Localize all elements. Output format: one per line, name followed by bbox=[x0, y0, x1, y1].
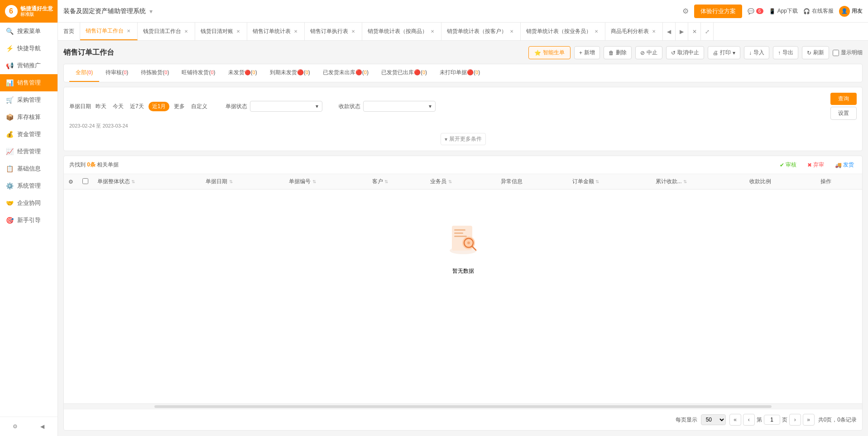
sidebar-item-inventory[interactable]: 📦 库存核算 bbox=[0, 109, 58, 126]
revoke-button[interactable]: ✖ 弃审 bbox=[805, 160, 827, 170]
tab-close-icon[interactable]: ✕ bbox=[429, 28, 436, 35]
payment-select[interactable]: ▾ bbox=[363, 101, 436, 112]
sidebar-item-quick-nav[interactable]: ⚡ 快捷导航 bbox=[0, 40, 58, 57]
sidebar-item-purchase[interactable]: 🛒 采购管理 bbox=[0, 91, 58, 109]
result-count: 0条 bbox=[87, 161, 96, 168]
stop-button[interactable]: ⊘ 中止 bbox=[635, 46, 662, 59]
filter-tab-pending[interactable]: 待审核(0) bbox=[99, 64, 134, 82]
sidebar-item-finance[interactable]: 💰 资金管理 bbox=[0, 126, 58, 143]
delete-button[interactable]: 🗑 删除 bbox=[604, 46, 632, 59]
show-detail-checkbox[interactable] bbox=[833, 50, 839, 56]
sort-icon[interactable]: ⇅ bbox=[131, 179, 135, 184]
filter-tab-shipped-not-out[interactable]: 已发货未出库🔴(0) bbox=[317, 64, 375, 82]
sidebar-item-collab[interactable]: 🤝 企业协同 bbox=[0, 194, 58, 212]
sidebar-item-marketing[interactable]: 📢 营销推广 bbox=[0, 57, 58, 74]
filter-setting-button[interactable]: 设置 bbox=[830, 107, 857, 120]
page-prev-button[interactable]: ‹ bbox=[743, 414, 755, 426]
page-number-input[interactable] bbox=[764, 415, 780, 425]
filter-tab-shipped-out[interactable]: 已发货已出库🔴(0) bbox=[375, 64, 433, 82]
date-option-yesterday[interactable]: 昨天 bbox=[94, 102, 108, 111]
filter-tab-unprinted[interactable]: 未打印单据🔴(0) bbox=[433, 64, 486, 82]
online-service-button[interactable]: 🎧 在线客服 bbox=[803, 7, 834, 15]
date-option-more[interactable]: 更多 bbox=[172, 102, 187, 111]
tab-home[interactable]: 首页 bbox=[58, 23, 80, 40]
filter-tab-all[interactable]: 全部(0) bbox=[69, 64, 99, 82]
horizontal-scrollbar[interactable] bbox=[64, 403, 862, 409]
sidebar-settings-button[interactable]: ⚙ bbox=[4, 421, 27, 432]
status-select[interactable]: ▾ bbox=[250, 101, 322, 112]
filter-tab-picking[interactable]: 待拣验货(0) bbox=[134, 64, 175, 82]
select-all-checkbox[interactable] bbox=[82, 178, 88, 184]
star-icon: ⭐ bbox=[534, 50, 541, 56]
date-option-custom[interactable]: 自定义 bbox=[189, 102, 209, 111]
export-button[interactable]: ↑ 导出 bbox=[773, 46, 798, 59]
sort-icon[interactable]: ⇅ bbox=[683, 179, 687, 184]
filter-tab-wangpu[interactable]: 旺铺待发货(0) bbox=[175, 64, 221, 82]
tab-close-icon[interactable]: ✕ bbox=[293, 28, 299, 35]
tab-close-icon[interactable]: ✕ bbox=[183, 28, 189, 35]
tab-close-icon[interactable]: ✕ bbox=[125, 28, 132, 34]
approve-button[interactable]: ✔ 审核 bbox=[777, 160, 799, 170]
tab-sales-exec[interactable]: 销售订单执行表 ✕ bbox=[305, 23, 362, 40]
sort-icon[interactable]: ⇅ bbox=[384, 179, 388, 184]
user-menu[interactable]: 👤 用友 bbox=[839, 6, 863, 17]
sidebar-item-search[interactable]: 🔍 搜索菜单 bbox=[0, 23, 58, 40]
sidebar-collapse-button[interactable]: ◀ bbox=[31, 421, 54, 432]
expand-filters-button[interactable]: ▾ 展开更多条件 bbox=[441, 133, 486, 145]
sidebar-item-system[interactable]: ⚙️ 系统管理 bbox=[0, 177, 58, 194]
tab-close-icon[interactable]: ✕ bbox=[235, 28, 241, 35]
tab-close-all-button[interactable]: ✕ bbox=[688, 23, 701, 40]
table-wrapper: ⚙ 单据整体状态 ⇅ 单据日期 ⇅ bbox=[64, 174, 862, 403]
tab-close-icon[interactable]: ✕ bbox=[350, 28, 356, 35]
tab-sales-stats[interactable]: 销售订单统计表 ✕ bbox=[247, 23, 305, 40]
sidebar: 6 畅捷通好生意 标准版 🔍 搜索菜单 ⚡ 快捷导航 📢 营销推广 📊 销售管理… bbox=[0, 0, 58, 436]
tab-close-icon[interactable]: ✕ bbox=[593, 28, 599, 35]
message-button[interactable]: 💬 6 bbox=[748, 8, 763, 14]
filter-tab-overdue[interactable]: 到期未发货🔴(0) bbox=[264, 64, 317, 82]
page-last-button[interactable]: » bbox=[803, 414, 815, 426]
tab-close-icon[interactable]: ✕ bbox=[651, 28, 657, 35]
industry-button[interactable]: 体验行业方案 bbox=[694, 5, 742, 18]
tab-expand-button[interactable]: ⤢ bbox=[701, 23, 714, 40]
sort-icon[interactable]: ⇅ bbox=[448, 179, 452, 184]
tab-close-icon[interactable]: ✕ bbox=[508, 28, 515, 35]
date-option-today[interactable]: 今天 bbox=[111, 102, 125, 111]
sidebar-item-label: 库存核算 bbox=[17, 113, 41, 121]
marketing-icon: 📢 bbox=[5, 62, 14, 70]
tab-sales-order-workbench[interactable]: 销售订单工作台 ✕ bbox=[80, 23, 138, 40]
tab-goods-stats-product[interactable]: 销货单统计表（按商品） ✕ bbox=[362, 23, 441, 40]
page-next-button[interactable]: › bbox=[789, 414, 801, 426]
tab-next-button[interactable]: ▶ bbox=[676, 23, 688, 40]
smart-create-button[interactable]: ⭐ 智能生单 bbox=[528, 46, 571, 59]
query-button[interactable]: 查询 bbox=[830, 93, 857, 105]
tab-cash-daily[interactable]: 钱货日清工作台 ✕ bbox=[138, 23, 195, 40]
sidebar-item-sales[interactable]: 📊 销售管理 bbox=[0, 74, 58, 91]
page-first-button[interactable]: « bbox=[729, 414, 741, 426]
add-button[interactable]: + 新增 bbox=[574, 46, 600, 59]
per-page-select[interactable]: 50 100 200 bbox=[701, 414, 726, 425]
sidebar-item-basic-info[interactable]: 📋 基础信息 bbox=[0, 160, 58, 177]
gear-button[interactable]: ⚙ bbox=[682, 7, 689, 15]
sidebar-footer: ⚙ ◀ bbox=[0, 417, 58, 436]
sort-icon[interactable]: ⇅ bbox=[595, 179, 599, 184]
logo: 6 畅捷通好生意 标准版 bbox=[0, 0, 58, 23]
sidebar-item-label: 企业协同 bbox=[17, 199, 41, 207]
sidebar-item-tutorial[interactable]: 🎯 新手引导 bbox=[0, 212, 58, 229]
tab-goods-stats-customer[interactable]: 销货单统计表（按客户） ✕ bbox=[441, 23, 521, 40]
tab-goods-stats-salesperson[interactable]: 销货单统计表（按业务员） ✕ bbox=[521, 23, 605, 40]
print-button[interactable]: 🖨 打印 ▾ bbox=[708, 46, 740, 59]
cancel-stop-button[interactable]: ↺ 取消中止 bbox=[666, 46, 704, 59]
tab-gross-profit[interactable]: 商品毛利分析表 ✕ bbox=[605, 23, 663, 40]
import-button[interactable]: ↓ 导入 bbox=[744, 46, 769, 59]
ship-button[interactable]: 🚚 发货 bbox=[832, 160, 857, 170]
sidebar-item-operations[interactable]: 📈 经营管理 bbox=[0, 143, 58, 160]
app-download-button[interactable]: 📱 App下载 bbox=[769, 7, 798, 15]
tab-cash-reconcile[interactable]: 钱货日清对账 ✕ bbox=[195, 23, 247, 40]
sort-icon[interactable]: ⇅ bbox=[312, 179, 316, 184]
refresh-button[interactable]: ↻ 刷新 bbox=[802, 46, 829, 59]
sort-icon[interactable]: ⇅ bbox=[229, 179, 233, 184]
date-option-1month[interactable]: 近1月 bbox=[149, 102, 170, 111]
filter-tab-unshipped[interactable]: 未发货🔴(0) bbox=[222, 64, 264, 82]
tab-prev-button[interactable]: ◀ bbox=[663, 23, 676, 40]
date-option-7days[interactable]: 近7天 bbox=[128, 102, 146, 111]
